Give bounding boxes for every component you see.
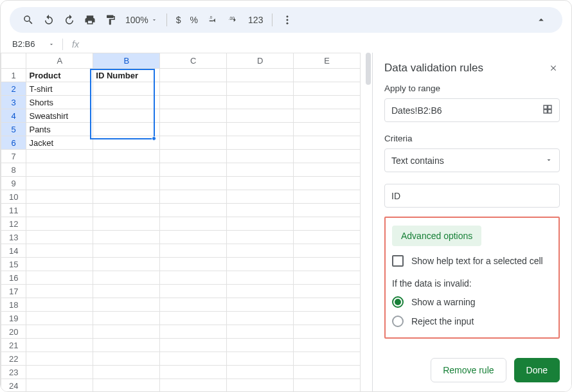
cell[interactable] <box>227 82 294 96</box>
cell[interactable] <box>294 339 361 352</box>
row-header[interactable]: 10 <box>1 190 26 204</box>
search-icon[interactable] <box>19 11 38 29</box>
cell[interactable] <box>160 96 227 109</box>
criteria-select[interactable]: Text contains <box>384 148 560 172</box>
cell[interactable] <box>26 366 93 379</box>
cell[interactable]: T-shirt <box>26 82 93 96</box>
cell[interactable] <box>227 150 294 163</box>
cell[interactable] <box>93 258 160 271</box>
cell[interactable] <box>160 109 227 123</box>
format-percent[interactable]: % <box>186 15 202 25</box>
row-header[interactable]: 20 <box>1 325 26 339</box>
cell[interactable] <box>93 352 160 366</box>
cell[interactable] <box>294 244 361 258</box>
row-header[interactable]: 4 <box>1 109 26 123</box>
cell[interactable] <box>227 217 294 231</box>
name-box[interactable]: B2:B6 <box>10 38 57 50</box>
cell[interactable] <box>26 163 93 177</box>
cell[interactable] <box>294 217 361 231</box>
cell[interactable] <box>26 312 93 325</box>
decrease-decimal-icon[interactable]: .0 <box>203 11 222 29</box>
col-header[interactable]: C <box>160 53 227 69</box>
cell[interactable] <box>294 298 361 312</box>
cell[interactable] <box>294 163 361 177</box>
collapse-toolbar-icon[interactable] <box>532 11 551 29</box>
cell[interactable] <box>93 150 160 163</box>
cell[interactable] <box>227 177 294 190</box>
cell[interactable] <box>160 136 227 150</box>
cell[interactable] <box>294 379 361 392</box>
cell[interactable]: ID Number <box>93 69 160 82</box>
cell[interactable] <box>93 271 160 285</box>
cell[interactable] <box>26 190 93 204</box>
more-vert-icon[interactable] <box>278 11 297 29</box>
cell[interactable] <box>93 312 160 325</box>
cell[interactable] <box>160 177 227 190</box>
cell[interactable]: Jacket <box>26 136 93 150</box>
cell[interactable] <box>227 339 294 352</box>
cell[interactable] <box>227 366 294 379</box>
cell[interactable] <box>93 285 160 298</box>
row-header[interactable]: 12 <box>1 217 26 231</box>
cell[interactable] <box>93 136 160 150</box>
cell[interactable] <box>160 325 227 339</box>
cell[interactable] <box>93 96 160 109</box>
cell[interactable] <box>227 123 294 136</box>
cell[interactable] <box>160 163 227 177</box>
cell[interactable] <box>227 136 294 150</box>
cell[interactable] <box>294 136 361 150</box>
row-header[interactable]: 15 <box>1 258 26 271</box>
cell[interactable] <box>93 204 160 217</box>
cell[interactable] <box>227 352 294 366</box>
row-header[interactable]: 13 <box>1 231 26 244</box>
cell[interactable] <box>26 217 93 231</box>
redo-icon[interactable] <box>60 11 79 29</box>
cell[interactable] <box>160 190 227 204</box>
row-header[interactable]: 14 <box>1 244 26 258</box>
cell[interactable] <box>26 285 93 298</box>
cell[interactable] <box>294 366 361 379</box>
invalid-option-reject[interactable]: Reject the input <box>392 316 552 327</box>
cell[interactable] <box>227 258 294 271</box>
cell[interactable] <box>26 204 93 217</box>
zoom-select[interactable]: 100% <box>121 15 161 25</box>
cell[interactable] <box>93 82 160 96</box>
cell[interactable] <box>294 312 361 325</box>
row-header[interactable]: 2 <box>1 82 26 96</box>
cell[interactable] <box>227 271 294 285</box>
cell[interactable]: Product <box>26 69 93 82</box>
cell[interactable] <box>93 190 160 204</box>
apply-to-range-field[interactable]: Dates!B2:B6 <box>384 98 560 122</box>
cell[interactable] <box>26 339 93 352</box>
print-icon[interactable] <box>80 11 100 29</box>
cell[interactable] <box>294 109 361 123</box>
cell[interactable] <box>160 312 227 325</box>
cell[interactable] <box>160 298 227 312</box>
cell[interactable] <box>160 150 227 163</box>
cell[interactable] <box>227 190 294 204</box>
done-button[interactable]: Done <box>514 358 560 382</box>
cell[interactable] <box>227 69 294 82</box>
cell[interactable] <box>294 258 361 271</box>
format-currency[interactable]: $ <box>172 15 185 25</box>
cell[interactable] <box>93 325 160 339</box>
cell[interactable] <box>160 204 227 217</box>
cell[interactable] <box>160 69 227 82</box>
cell[interactable] <box>26 325 93 339</box>
cell[interactable] <box>160 231 227 244</box>
cell[interactable] <box>26 231 93 244</box>
cell[interactable]: Sweatshirt <box>26 109 93 123</box>
cell[interactable] <box>93 109 160 123</box>
row-header[interactable]: 5 <box>1 123 26 136</box>
cell[interactable] <box>227 244 294 258</box>
row-header[interactable]: 9 <box>1 177 26 190</box>
cell[interactable] <box>93 177 160 190</box>
cell[interactable]: Pants <box>26 123 93 136</box>
cell[interactable] <box>160 285 227 298</box>
cell[interactable] <box>294 177 361 190</box>
cell[interactable] <box>227 379 294 392</box>
row-header[interactable]: 16 <box>1 271 26 285</box>
cell[interactable] <box>93 379 160 392</box>
row-header[interactable]: 18 <box>1 298 26 312</box>
cell[interactable] <box>26 150 93 163</box>
